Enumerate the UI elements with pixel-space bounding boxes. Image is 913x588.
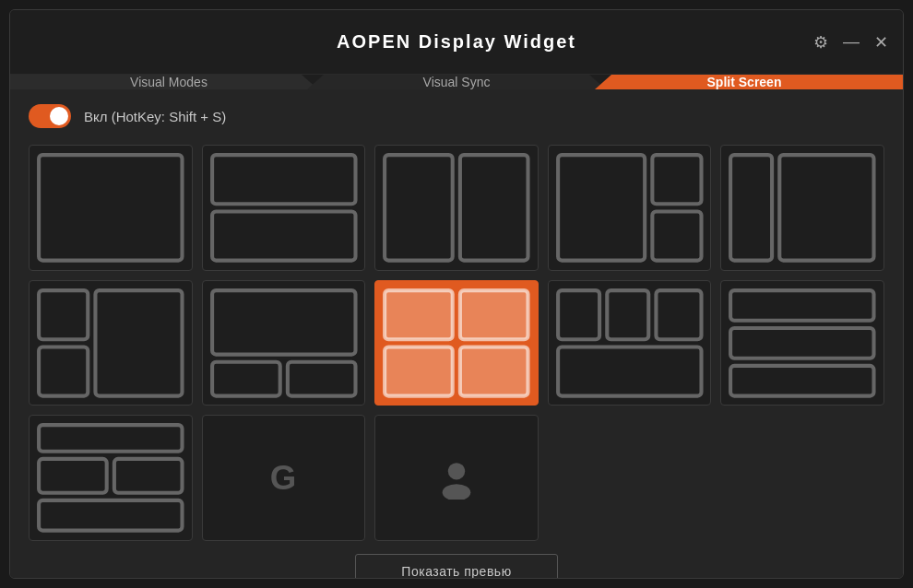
svg-rect-10 (39, 290, 88, 339)
toggle-row: Вкл (HotKey: Shift + S) (29, 104, 884, 128)
svg-rect-26 (730, 366, 873, 396)
app-title: AOPEN Display Widget (337, 31, 576, 53)
layout-two-bottom[interactable] (202, 280, 366, 406)
svg-rect-7 (652, 211, 701, 260)
svg-rect-11 (39, 347, 88, 395)
title-suffix: Widget (497, 31, 576, 52)
app-window: AOPEN Display Widget ⚙ — ✕ Visual Modes … (9, 9, 904, 579)
minimize-button[interactable]: — (843, 32, 860, 52)
layout-custom-user[interactable] (374, 415, 539, 541)
layout-four-quad[interactable] (374, 280, 539, 406)
svg-rect-27 (39, 425, 182, 452)
svg-rect-20 (558, 290, 599, 339)
title-controls: ⚙ — ✕ (813, 32, 888, 53)
layout-two-cols[interactable] (720, 145, 884, 271)
svg-rect-23 (558, 347, 701, 395)
svg-rect-15 (287, 362, 355, 396)
close-button[interactable]: ✕ (874, 32, 888, 53)
layout-three-right[interactable] (548, 145, 712, 271)
svg-rect-22 (656, 290, 701, 339)
svg-rect-1 (212, 155, 355, 204)
preview-button[interactable]: Показать превью (355, 554, 558, 579)
svg-rect-29 (114, 459, 183, 493)
layout-four-grid[interactable] (29, 415, 193, 541)
svg-rect-16 (385, 290, 453, 339)
title-prefix: AOPEN (337, 31, 419, 52)
svg-rect-25 (730, 328, 873, 359)
svg-rect-2 (212, 211, 355, 260)
svg-rect-24 (730, 290, 873, 321)
toggle-knob (50, 107, 68, 125)
svg-rect-9 (780, 155, 874, 261)
svg-rect-0 (39, 155, 182, 261)
title-bar: AOPEN Display Widget ⚙ — ✕ (10, 10, 903, 75)
svg-rect-6 (652, 155, 701, 204)
layout-grid: G (29, 145, 884, 541)
svg-rect-4 (460, 155, 528, 261)
tab-split-screen[interactable]: Split Screen (595, 75, 903, 89)
tab-visual-modes[interactable]: Visual Modes (10, 75, 318, 89)
layout-three-left[interactable] (29, 280, 193, 406)
svg-rect-30 (39, 500, 182, 531)
svg-rect-18 (385, 347, 453, 395)
layout-g-logo[interactable]: G (202, 415, 366, 541)
svg-rect-17 (460, 290, 528, 339)
svg-point-33 (443, 484, 471, 500)
svg-rect-5 (558, 155, 645, 261)
svg-rect-3 (385, 155, 453, 261)
svg-rect-8 (730, 155, 772, 261)
content-area: Вкл (HotKey: Shift + S) (10, 89, 903, 579)
settings-button[interactable]: ⚙ (813, 32, 828, 53)
svg-rect-12 (95, 290, 182, 396)
svg-point-32 (448, 463, 465, 479)
svg-rect-28 (39, 459, 107, 493)
tab-visual-sync[interactable]: Visual Sync (307, 75, 606, 89)
tabs-container: Visual Modes Visual Sync Split Screen (10, 75, 903, 89)
svg-rect-14 (212, 362, 280, 396)
svg-rect-21 (607, 290, 648, 339)
layout-three-row[interactable] (720, 280, 884, 406)
toggle-label: Вкл (HotKey: Shift + S) (84, 109, 226, 124)
layout-two-horizontal[interactable] (202, 145, 366, 271)
layout-three-top[interactable] (548, 280, 712, 406)
svg-text:G: G (270, 458, 297, 496)
layout-single[interactable] (29, 145, 193, 271)
svg-rect-13 (212, 290, 355, 355)
svg-rect-19 (460, 347, 528, 395)
split-screen-toggle[interactable] (29, 104, 71, 128)
layout-two-vertical[interactable] (374, 145, 539, 271)
title-bold: Display (419, 31, 497, 52)
